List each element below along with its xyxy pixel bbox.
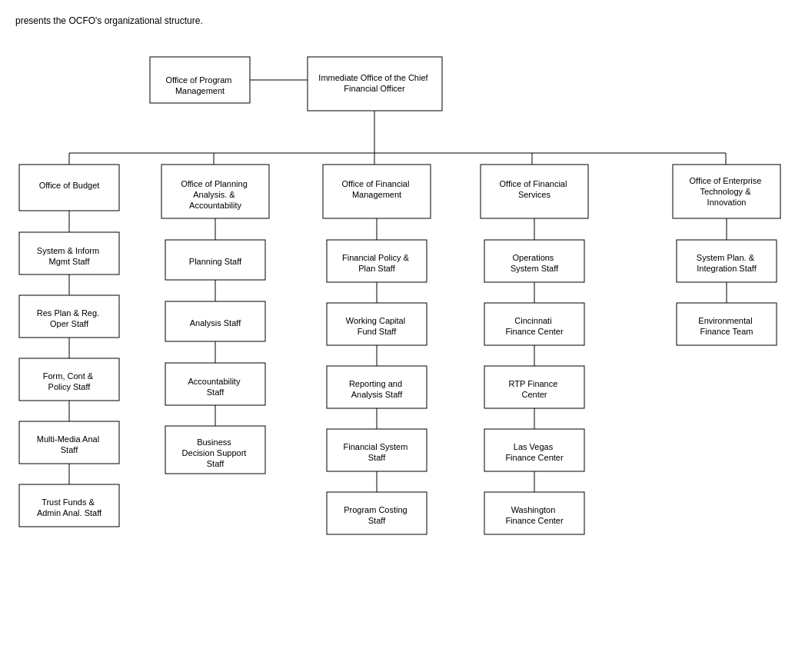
budget-label: Office of Budget bbox=[39, 181, 100, 190]
org-chart-svg: Office of Program Management Immediate O… bbox=[15, 34, 780, 672]
intro-text: presents the OCFO's organizational struc… bbox=[15, 15, 780, 26]
org-chart: presents the OCFO's organizational struc… bbox=[15, 15, 780, 672]
planningstaf-label: Planning Staff bbox=[189, 257, 242, 266]
analysisstaf-label: Analysis Staff bbox=[190, 318, 241, 328]
